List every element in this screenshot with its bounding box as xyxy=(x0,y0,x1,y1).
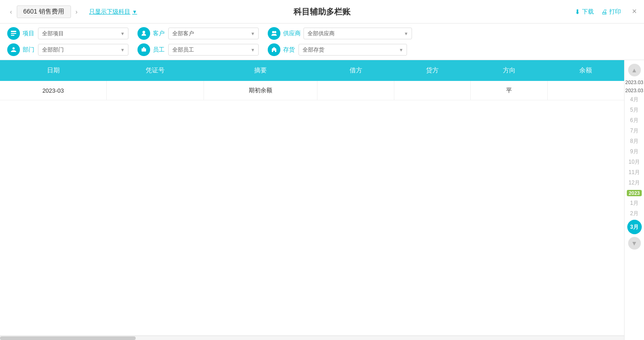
filter-toggle-label: 只显示下级科目 xyxy=(89,8,130,16)
print-button[interactable]: 🖨 打印 xyxy=(601,8,621,16)
chevron-down-icon: ▼ xyxy=(132,9,137,14)
year-badge[interactable]: 2023 xyxy=(627,190,641,196)
svg-rect-6 xyxy=(142,48,146,52)
svg-rect-0 xyxy=(11,31,16,32)
filter-bar: 项目 全部项目 客户 全部客户 xyxy=(0,24,644,60)
supplier-icon xyxy=(268,27,280,40)
employee-select-wrapper: 全部员工 xyxy=(168,44,259,56)
filter-toggle-button[interactable]: 只显示下级科目 ▼ xyxy=(89,8,137,16)
sidebar-month-4[interactable]: 4月 xyxy=(625,94,644,105)
filter-group-dept: 部门 全部部门 xyxy=(7,43,128,56)
sidebar-period-header-1[interactable]: 2023.03 xyxy=(625,78,644,86)
sidebar-active-month[interactable]: 3月 xyxy=(627,220,642,234)
sidebar-month-6[interactable]: 6月 xyxy=(625,115,644,126)
col-date: 日期 xyxy=(0,60,106,81)
table-header-row: 日期 凭证号 摘要 借方 贷方 方向 余额 xyxy=(0,60,624,81)
filter-row-1: 项目 全部项目 客户 全部客户 xyxy=(7,27,637,40)
employee-icon xyxy=(137,43,150,56)
project-label: 项目 xyxy=(23,29,35,38)
sidebar-month-7[interactable]: 7月 xyxy=(625,126,644,136)
svg-point-3 xyxy=(272,31,275,33)
nav-prev-button[interactable]: ‹ xyxy=(7,7,15,16)
table-container: 日期 凭证号 摘要 借方 贷方 方向 余额 2023-03 期初余额 xyxy=(0,60,644,340)
sidebar-month-1[interactable]: 1月 xyxy=(625,198,644,208)
sidebar-month-11[interactable]: 11月 xyxy=(625,167,644,178)
download-icon: ⬇ xyxy=(575,8,580,15)
svg-rect-2 xyxy=(11,35,14,36)
filter-group-customer: 客户 全部客户 xyxy=(137,27,259,40)
inventory-select[interactable]: 全部存货 xyxy=(298,44,407,56)
cell-debit xyxy=(317,81,394,100)
scrollbar-thumb[interactable] xyxy=(0,336,136,340)
top-bar: ‹ 6601 销售费用 › 只显示下级科目 ▼ 科目辅助多栏账 ⬇ 下载 🖨 打… xyxy=(0,0,644,24)
sidebar-down-arrow[interactable]: ▼ xyxy=(628,237,641,250)
supplier-select[interactable]: 全部供应商 xyxy=(303,28,412,39)
employee-select[interactable]: 全部员工 xyxy=(168,44,259,56)
active-month-wrapper: 3月 xyxy=(627,220,642,234)
col-debit: 借方 xyxy=(317,60,394,81)
sidebar-month-10[interactable]: 10月 xyxy=(625,157,644,167)
filter-group-project: 项目 全部项目 xyxy=(7,27,128,40)
filter-group-inventory: 存货 全部存货 xyxy=(268,43,407,56)
nav-section: ‹ 6601 销售费用 › xyxy=(7,5,80,18)
dept-select-wrapper: 全部部门 xyxy=(38,44,128,56)
sidebar-period-header-2[interactable]: 2023.03 xyxy=(625,86,644,94)
inventory-select-wrapper: 全部存货 xyxy=(298,44,407,56)
svg-point-4 xyxy=(274,31,276,33)
project-select[interactable]: 全部项目 xyxy=(38,28,128,39)
dept-label: 部门 xyxy=(23,46,35,54)
horizontal-scrollbar[interactable] xyxy=(0,335,624,340)
cell-direction: 平 xyxy=(471,81,548,100)
sidebar-month-12[interactable]: 12月 xyxy=(625,178,644,188)
dept-select[interactable]: 全部部门 xyxy=(38,44,128,56)
print-icon: 🖨 xyxy=(601,8,607,15)
sidebar-month-2[interactable]: 2月 xyxy=(625,208,644,219)
svg-rect-1 xyxy=(11,33,16,34)
filter-group-employee: 员工 全部员工 xyxy=(137,43,259,56)
cell-balance xyxy=(547,81,624,100)
col-balance: 余额 xyxy=(547,60,624,81)
customer-select-wrapper: 全部客户 xyxy=(168,28,259,39)
col-summary: 摘要 xyxy=(204,60,317,81)
col-credit: 贷方 xyxy=(394,60,471,81)
sidebar-up-arrow[interactable]: ▲ xyxy=(628,64,641,76)
table-row: 2023-03 期初余额 平 xyxy=(0,81,624,100)
inventory-label: 存货 xyxy=(283,46,296,54)
nav-next-button[interactable]: › xyxy=(73,7,80,16)
supplier-select-wrapper: 全部供应商 xyxy=(303,28,412,39)
dept-icon xyxy=(7,43,20,56)
print-label: 打印 xyxy=(609,8,621,16)
cell-credit xyxy=(394,81,471,100)
cell-voucher xyxy=(106,81,204,100)
project-icon xyxy=(7,27,20,40)
cell-summary: 期初余额 xyxy=(204,81,317,100)
col-voucher: 凭证号 xyxy=(106,60,204,81)
ledger-table: 日期 凭证号 摘要 借方 贷方 方向 余额 2023-03 期初余额 xyxy=(0,60,624,100)
main-window: ‹ 6601 销售费用 › 只显示下级科目 ▼ 科目辅助多栏账 ⬇ 下载 🖨 打… xyxy=(0,0,644,340)
project-select-wrapper: 全部项目 xyxy=(38,28,128,39)
sidebar-month-5[interactable]: 5月 xyxy=(625,105,644,115)
download-button[interactable]: ⬇ 下载 xyxy=(575,8,594,16)
right-sidebar: ▲ 2023.03 2023.03 4月 5月 6月 7月 8月 9月 10月 … xyxy=(624,60,644,340)
close-button[interactable]: × xyxy=(632,7,637,16)
employee-label: 员工 xyxy=(153,46,166,54)
filter-group-supplier: 供应商 全部供应商 xyxy=(268,27,412,40)
svg-point-5 xyxy=(13,47,15,50)
customer-label: 客户 xyxy=(153,29,166,38)
account-code: 6601 销售费用 xyxy=(17,5,71,18)
inventory-icon xyxy=(268,43,280,56)
sidebar-month-8[interactable]: 8月 xyxy=(625,136,644,146)
sidebar-month-9[interactable]: 9月 xyxy=(625,146,644,157)
supplier-label: 供应商 xyxy=(283,29,301,38)
col-direction: 方向 xyxy=(471,60,548,81)
customer-select[interactable]: 全部客户 xyxy=(168,28,259,39)
download-label: 下载 xyxy=(582,8,594,16)
table-main[interactable]: 日期 凭证号 摘要 借方 贷方 方向 余额 2023-03 期初余额 xyxy=(0,60,624,340)
year-badge-wrapper: 2023 xyxy=(627,189,641,197)
page-title: 科目辅助多栏账 xyxy=(294,6,350,17)
customer-icon xyxy=(137,27,150,40)
top-actions: ⬇ 下载 🖨 打印 × xyxy=(575,7,637,16)
filter-row-2: 部门 全部部门 员工 全部员工 xyxy=(7,43,637,56)
cell-date: 2023-03 xyxy=(0,81,106,100)
